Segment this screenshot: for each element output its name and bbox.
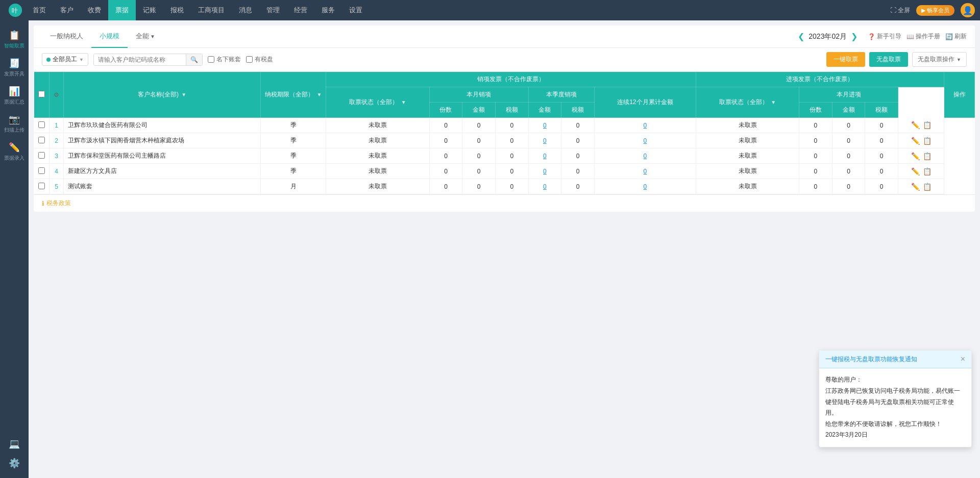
monitor-icon: 💻 <box>9 438 20 449</box>
scan-upload-icon: 📷 <box>9 114 20 125</box>
new-guide-btn[interactable]: ❓ 新手引导 <box>868 32 901 41</box>
main-table: ⚙ 客户名称(全部) ▼ 纳税期限（全部） ▼ 销项发票（不合作废票） 进项发票… <box>34 71 975 194</box>
notification-body: 尊敬的用户： 江苏政务网已恢复访问电子税务局功能，易代账一键登陆电子税务局与无盘… <box>819 368 971 447</box>
detail-icon-0[interactable]: 📋 <box>923 121 932 129</box>
info-icon: ℹ <box>42 200 44 207</box>
refresh-icon: 🔄 <box>945 33 953 40</box>
svg-text:叶: 叶 <box>12 7 18 14</box>
row-checkbox-0[interactable] <box>38 121 45 128</box>
book-icon: 📖 <box>906 33 914 40</box>
sidebar-item-ticket-entry[interactable]: ✏️ 票据录入 <box>0 138 29 166</box>
row-checkbox-4[interactable] <box>38 183 45 189</box>
client-filter-icon[interactable]: ▼ <box>181 92 186 97</box>
user-avatar[interactable]: 👤 <box>961 3 975 17</box>
next-date-btn[interactable]: ❯ <box>851 32 857 41</box>
vip-btn[interactable]: ▶ 畅享会员 <box>916 5 954 16</box>
search-box: 🔍 <box>93 54 203 66</box>
refresh-btn[interactable]: 🔄 刷新 <box>945 32 967 41</box>
page-container: 一般纳税人 小规模 全能 ▼ ❮ 2023年02月 ❯ ❓ 新手引导 📖 操作手… <box>34 26 975 212</box>
fullscreen-btn[interactable]: ⛶ 全屏 <box>890 6 910 15</box>
tab-general-taxpayer[interactable]: 一般纳税人 <box>42 26 91 48</box>
no-disk-ops-btn[interactable]: 无盘取票操作 ▼ <box>912 52 967 67</box>
filter-taxdisk-checkbox[interactable] <box>246 56 253 63</box>
prev-date-btn[interactable]: ❮ <box>798 32 804 41</box>
edit-icon-3[interactable]: ✏️ <box>911 167 920 175</box>
nav-home[interactable]: 首页 <box>26 0 53 20</box>
nav-billing[interactable]: 收费 <box>81 0 108 20</box>
invoice-open-icon: 🧾 <box>9 58 20 69</box>
nav-message[interactable]: 消息 <box>232 0 259 20</box>
date-navigation: ❮ 2023年02月 ❯ <box>798 32 857 41</box>
sales-status-filter-icon[interactable]: ▼ <box>401 99 406 105</box>
row-checkbox-2[interactable] <box>38 152 45 159</box>
table-settings-icon[interactable]: ⚙ <box>54 91 59 98</box>
nav-tax[interactable]: 报税 <box>163 0 191 20</box>
ticket-entry-icon: ✏️ <box>9 142 20 153</box>
filter-taxdisk-label[interactable]: 有税盘 <box>246 55 273 64</box>
all-capable-dropdown-icon: ▼ <box>150 34 155 39</box>
edit-icon-4[interactable]: ✏️ <box>911 183 920 191</box>
table-row: 2 卫辉市汲水镇下园阁香烟营木种植家庭农场 季 未取票 0 0 0 0 0 0 … <box>34 133 975 148</box>
nav-accounting[interactable]: 记账 <box>136 0 163 20</box>
question-icon: ❓ <box>868 33 875 40</box>
detail-icon-4[interactable]: 📋 <box>923 183 932 191</box>
search-button[interactable]: 🔍 <box>186 54 202 65</box>
table-row: 4 新建区方方文具店 季 未取票 0 0 0 0 0 0 未取票 0 0 0 ✏… <box>34 164 975 179</box>
nav-manage[interactable]: 管理 <box>259 0 287 20</box>
ticket-summary-icon: 📊 <box>9 86 20 97</box>
nav-service[interactable]: 服务 <box>314 0 342 20</box>
top-navigation: 叶 首页 客户 收费 票据 记账 报税 工商项目 消息 管理 经营 服务 设置 … <box>0 0 980 20</box>
tabs-row: 一般纳税人 小规模 全能 ▼ ❮ 2023年02月 ❯ ❓ 新手引导 📖 操作手… <box>34 26 975 48</box>
manual-btn[interactable]: 📖 操作手册 <box>906 32 940 41</box>
search-icon: 🔍 <box>190 56 198 63</box>
table-row: 5 测试账套 月 未取票 0 0 0 0 0 0 未取票 0 0 0 ✏️ 📋 <box>34 179 975 194</box>
nav-operations[interactable]: 经营 <box>287 0 314 20</box>
smart-ticket-icon: 📋 <box>9 30 20 41</box>
sidebar-item-config[interactable]: ⚙️ <box>7 454 22 473</box>
sidebar-item-invoice-open[interactable]: 🧾 发票开具 <box>0 54 29 82</box>
tax-period-filter-icon[interactable]: ▼ <box>317 92 322 97</box>
edit-icon-1[interactable]: ✏️ <box>911 137 920 145</box>
sidebar-item-smart-ticket[interactable]: 📋 智能取票 <box>0 26 29 54</box>
row-checkbox-3[interactable] <box>38 167 45 174</box>
tab-all-capable[interactable]: 全能 ▼ <box>128 26 163 48</box>
notification-header: 一键报税与无盘取票功能恢复通知 × <box>819 350 971 368</box>
config-icon: ⚙️ <box>9 458 20 469</box>
tab-top-right-actions: ❓ 新手引导 📖 操作手册 🔄 刷新 <box>868 32 967 41</box>
tax-policy-link[interactable]: ℹ 税务政策 <box>42 199 71 208</box>
date-display: 2023年02月 <box>808 32 847 41</box>
detail-icon-3[interactable]: 📋 <box>923 167 932 175</box>
sidebar-item-monitor[interactable]: 💻 <box>7 434 22 454</box>
nav-items: 首页 客户 收费 票据 记账 报税 工商项目 消息 管理 经营 服务 设置 <box>26 0 890 20</box>
select-all-checkbox[interactable] <box>38 91 45 97</box>
nav-client[interactable]: 客户 <box>53 0 81 20</box>
toolbar: 全部员工 ▼ 🔍 名下账套 有税盘 一键取票 无盘取票 <box>34 48 975 71</box>
nav-business[interactable]: 工商项目 <box>191 0 232 20</box>
edit-icon-0[interactable]: ✏️ <box>911 121 920 129</box>
no-disk-ticket-btn[interactable]: 无盘取票 <box>869 52 908 67</box>
employee-dropdown-icon: ▼ <box>79 57 84 62</box>
bottom-bar: ℹ 税务政策 <box>34 194 975 212</box>
sidebar-item-scan-upload[interactable]: 📷 扫描上传 <box>0 110 29 138</box>
one-key-ticket-btn[interactable]: 一键取票 <box>826 52 865 67</box>
notification-close-btn[interactable]: × <box>961 355 965 364</box>
filter-account-label[interactable]: 名下账套 <box>208 55 241 64</box>
fullscreen-icon: ⛶ <box>890 7 896 14</box>
row-checkbox-1[interactable] <box>38 137 45 143</box>
detail-icon-1[interactable]: 📋 <box>923 137 932 145</box>
tab-small-scale[interactable]: 小规模 <box>91 26 128 48</box>
nav-ticket[interactable]: 票据 <box>108 0 136 20</box>
sidebar-item-ticket-summary[interactable]: 📊 票据汇总 <box>0 82 29 110</box>
sidebar: 📋 智能取票 🧾 发票开具 📊 票据汇总 📷 扫描上传 ✏️ 票据录入 💻 ⚙️ <box>0 20 29 478</box>
app-logo: 叶 <box>5 3 26 17</box>
nav-settings[interactable]: 设置 <box>342 0 370 20</box>
purchase-status-filter-icon[interactable]: ▼ <box>771 99 776 105</box>
top-right-tools: ⛶ 全屏 ▶ 畅享会员 👤 <box>890 3 975 17</box>
sidebar-bottom: 💻 ⚙️ <box>7 434 22 473</box>
employee-select[interactable]: 全部员工 ▼ <box>42 53 88 66</box>
detail-icon-2[interactable]: 📋 <box>923 152 932 160</box>
edit-icon-2[interactable]: ✏️ <box>911 152 920 160</box>
table-wrapper: ⚙ 客户名称(全部) ▼ 纳税期限（全部） ▼ 销项发票（不合作废票） 进项发票… <box>34 71 975 194</box>
search-input[interactable] <box>94 54 186 65</box>
filter-account-checkbox[interactable] <box>208 56 214 63</box>
